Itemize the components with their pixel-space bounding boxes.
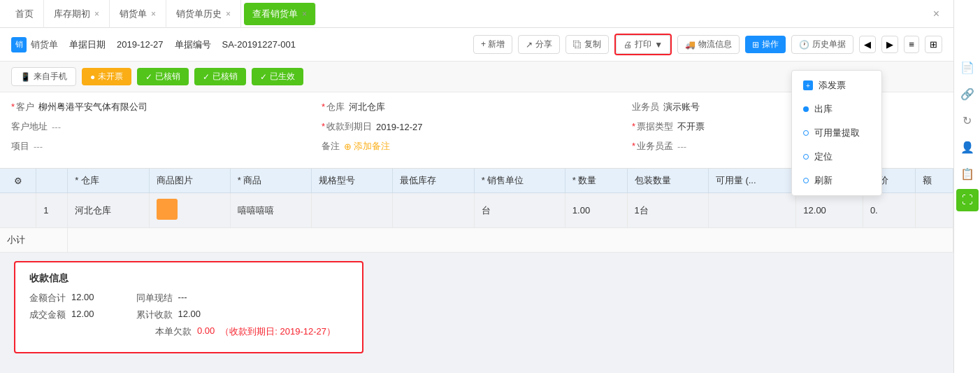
tab-sales-history-close[interactable]: × xyxy=(226,9,231,19)
print-icon: 🖨 xyxy=(624,40,632,50)
employee-value: 演示账号 xyxy=(663,101,700,113)
doc-meta: 单据日期 2019-12-27 单据编号 SA-20191227-001 xyxy=(69,38,296,51)
total-amount: 金额合计 12.00 xyxy=(29,292,94,304)
subtotal-values xyxy=(68,228,953,253)
dropdown-refresh[interactable]: 刷新 xyxy=(792,169,881,192)
same-order: 同单现结 --- xyxy=(136,292,187,304)
ticket-value: 不开票 xyxy=(677,120,705,133)
tab-view-sales[interactable]: 查看销货单 × xyxy=(244,3,316,25)
ship-out-icon xyxy=(803,106,809,112)
cumulative-label: 累计收款 xyxy=(136,309,173,321)
not-open-btn[interactable]: ● 未开票 xyxy=(82,68,131,85)
right-sidebar: 📄 🔗 ↻ 👤 📋 ⛶ xyxy=(953,0,980,373)
doc-type-label: 销货单 xyxy=(31,38,58,51)
row-min-stock xyxy=(393,193,474,228)
salesperson-value: --- xyxy=(677,141,686,152)
nav-prev-button[interactable]: ◀ xyxy=(859,36,876,53)
doc-actions: + 新增 ↗ 分享 ⿻ 复制 🖨 打印 ▼ 🚚 物流信息 ⊞ xyxy=(473,34,942,55)
sidebar-icon-clipboard[interactable]: 📋 xyxy=(956,162,979,185)
phone-icon: 📱 xyxy=(20,72,31,82)
ticket-field: 票据类型 不开票 xyxy=(632,120,942,133)
note-label: 备注 xyxy=(322,140,340,153)
tab-sales[interactable]: 销货单 × xyxy=(110,0,166,28)
deal-amount-value: 12.00 xyxy=(71,309,94,321)
total-label: 金额合计 xyxy=(29,292,66,304)
sidebar-icon-refresh[interactable]: ↻ xyxy=(956,109,979,132)
employee-label: 业务员 xyxy=(632,101,659,113)
dropdown-available-qty[interactable]: 可用量提取 xyxy=(792,121,881,145)
locate-icon xyxy=(803,154,809,160)
sold-btn[interactable]: ✓ 已核销 xyxy=(194,68,246,85)
deal-amount: 成交金额 12.00 xyxy=(29,309,94,321)
ticket-label: 票据类型 xyxy=(632,120,673,133)
print-button-wrapper: 🖨 打印 ▼ xyxy=(614,34,672,55)
sidebar-icon-expand[interactable]: ⛶ xyxy=(956,189,979,211)
row-amount xyxy=(915,193,953,228)
owe-note: （收款到期日: 2019-12-27） xyxy=(220,325,336,338)
ticket-icon: ● xyxy=(90,72,95,82)
table-body: 1 河北仓库 嘻嘻嘻嘻 台 1.00 1台 12.00 0. xyxy=(0,193,953,253)
col-settings: ⚙ xyxy=(0,169,36,193)
deal-amount-label: 成交金额 xyxy=(29,309,66,321)
sold-icon: ✓ xyxy=(203,72,210,82)
checked-btn[interactable]: ✓ 已核销 xyxy=(137,68,189,85)
row-quantity: 1.00 xyxy=(565,193,627,228)
tab-sales-history[interactable]: 销货单历史 × xyxy=(166,0,241,28)
tab-view-sales-close[interactable]: × xyxy=(302,9,307,19)
doc-type-icon: 销 xyxy=(11,37,27,52)
payment-row-1: 金额合计 12.00 同单现结 --- xyxy=(29,292,348,304)
view-grid-button[interactable]: ⊞ xyxy=(925,36,942,53)
tab-sales-close[interactable]: × xyxy=(151,9,156,19)
col-min-stock: 最低库存 xyxy=(393,169,474,193)
new-button[interactable]: + 新增 xyxy=(473,35,512,54)
number-label: 单据编号 xyxy=(175,38,211,51)
payment-title: 收款信息 xyxy=(29,272,348,285)
effective-btn[interactable]: ✓ 已生效 xyxy=(252,68,303,85)
subtotal-label: 小计 xyxy=(0,228,68,253)
dropdown-locate[interactable]: 定位 xyxy=(792,145,881,169)
employee-field: 业务员 演示账号 xyxy=(632,101,942,113)
add-note-button[interactable]: ⊕ 添加备注 xyxy=(344,140,390,153)
print-button[interactable]: 🖨 打印 ▼ xyxy=(616,35,670,54)
payment-row-2: 成交金额 12.00 累计收款 12.00 xyxy=(29,309,348,321)
sidebar-icon-link[interactable]: 🔗 xyxy=(956,83,979,105)
sidebar-icon-doc[interactable]: 📄 xyxy=(956,56,979,78)
tab-inventory[interactable]: 库存期初 × xyxy=(44,0,110,28)
view-list-button[interactable]: ≡ xyxy=(904,36,919,53)
address-field: 客户地址 --- xyxy=(11,120,322,133)
dropdown-add-invoice[interactable]: + 添发票 xyxy=(792,73,881,97)
tab-inventory-close[interactable]: × xyxy=(94,9,99,19)
salesperson-field: 业务员孟 --- xyxy=(632,140,942,153)
logistics-icon: 🚚 xyxy=(685,40,696,50)
dropdown-ship-out[interactable]: 出库 xyxy=(792,97,881,121)
tab-home[interactable]: 首页 xyxy=(6,0,44,28)
tab-bar: 首页 库存期初 × 销货单 × 销货单历史 × 查看销货单 × × xyxy=(0,0,953,28)
product-thumbnail xyxy=(157,199,178,220)
nav-next-button[interactable]: ▶ xyxy=(881,36,898,53)
window-close-button[interactable]: × xyxy=(925,8,948,20)
total-value: 12.00 xyxy=(71,292,94,304)
phone-status-btn[interactable]: 📱 来自手机 xyxy=(11,67,76,86)
operations-button[interactable]: ⊞ 操作 xyxy=(745,36,786,53)
operations-dropdown: + 添发票 出库 可用量提取 定位 刷新 xyxy=(791,70,882,196)
warehouse-label: 仓库 xyxy=(322,101,345,113)
history-button[interactable]: 🕐 历史单据 xyxy=(791,35,853,54)
payment-row-3: 本单欠款 0.00 （收款到期日: 2019-12-27） xyxy=(29,325,348,338)
logistics-button[interactable]: 🚚 物流信息 xyxy=(677,35,740,54)
share-button[interactable]: ↗ 分享 xyxy=(518,35,560,54)
owe-value: 0.00 xyxy=(197,325,215,338)
col-pack-qty: 包装数量 xyxy=(627,169,708,193)
doc-title-section: 销 销货单 xyxy=(11,37,58,52)
number-value: SA-20191227-001 xyxy=(222,39,296,50)
copy-button[interactable]: ⿻ 复制 xyxy=(565,35,609,54)
same-order-value: --- xyxy=(178,292,187,304)
customer-value: 柳州粤港平安气体有限公司 xyxy=(38,101,147,113)
copy-icon: ⿻ xyxy=(573,40,582,50)
sidebar-icon-user[interactable]: 👤 xyxy=(956,136,979,158)
print-dropdown-icon: ▼ xyxy=(654,40,663,50)
row-spec xyxy=(312,193,393,228)
row-pack-qty: 1台 xyxy=(627,193,708,228)
col-available: 可用量 (... xyxy=(708,169,796,193)
owe-label: 本单欠款 xyxy=(155,325,192,338)
address-value: --- xyxy=(52,122,61,132)
